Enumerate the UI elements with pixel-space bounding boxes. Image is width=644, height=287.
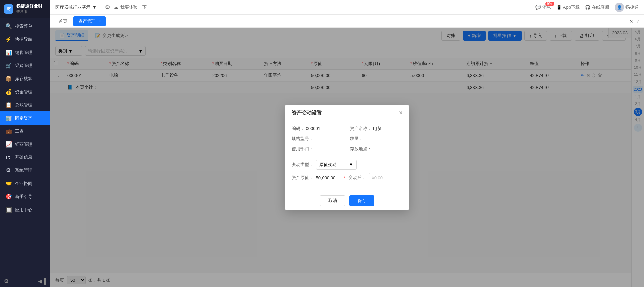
sales-icon: 📊: [5, 49, 11, 56]
modal-row-2: 规格型号： 数量：: [292, 136, 403, 142]
asset-name-value: 电脑: [373, 126, 382, 132]
sidebar-item-system[interactable]: ⚙ 系统管理: [0, 164, 50, 177]
tab-home[interactable]: 首页: [54, 16, 72, 26]
sidebar-item-label: 资金管理: [15, 89, 32, 95]
logo-icon: 财: [4, 4, 13, 14]
modal-value-row: 资产原值： 50,000.00 * 变动后：: [292, 173, 403, 182]
modal-divider: [292, 156, 403, 156]
cancel-button[interactable]: 取消: [320, 195, 345, 206]
ledger-icon: 📋: [5, 102, 11, 108]
tab-asset[interactable]: 资产管理 ×: [73, 16, 106, 26]
tab-controls: ✕ ⤢: [629, 19, 640, 24]
fixedasset-icon: 🏢: [5, 115, 11, 121]
tab-close-icon[interactable]: ×: [99, 19, 101, 23]
tab-close-window-icon[interactable]: ✕: [629, 19, 633, 24]
main-area: 医疗器械行业演示 ▼ ⚙ ☁ 我要体验一下 💬 消息 99+ 📱 App下载 🎧…: [50, 0, 644, 287]
modal-footer: 取消 保存: [285, 191, 409, 210]
modal-change-type-row: 变动类型： 原值变动 ▼: [292, 160, 403, 170]
content-area: 📄 资产明细 📝 变更生成凭证 对账 + 新增 批量操作: [50, 28, 644, 287]
sidebar-item-appcenter[interactable]: 🔲 应用中心: [0, 203, 50, 216]
sidebar-item-label: 销售管理: [15, 50, 32, 56]
sidebar-item-label: 应用中心: [15, 207, 32, 213]
header-settings-icon[interactable]: ⚙: [105, 4, 110, 10]
sidebar-nav: 🔍 搜索菜单 ⚡ 快捷导航 📊 销售管理 🛒 采购管理 📦 库存核算 💰 资金管…: [0, 18, 50, 275]
sidebar-item-label: 工资: [15, 128, 24, 134]
save-button[interactable]: 保存: [349, 195, 374, 206]
guide-icon: 🎯: [5, 193, 11, 200]
experience-button[interactable]: ☁ 我要体验一下: [114, 4, 147, 10]
tab-expand-icon[interactable]: ⤢: [636, 19, 640, 24]
sidebar-item-label: 新手引导: [15, 194, 32, 200]
modal-header: 资产变动设置 ×: [285, 105, 409, 120]
asset-change-modal: 资产变动设置 × 编码： 000001 资产名称： 电脑: [285, 105, 409, 210]
modal-field-spec: 规格型号：: [292, 136, 344, 142]
sidebar: 财 畅捷通好业财 普及版 🔍 搜索菜单 ⚡ 快捷导航 📊 销售管理 🛒 采购管理…: [0, 0, 50, 287]
sidebar-item-label: 经营管理: [15, 141, 32, 148]
collapse-sidebar-icon[interactable]: ◀▐: [38, 278, 46, 284]
sidebar-item-sales[interactable]: 📊 销售管理: [0, 46, 50, 59]
quicknav-icon: ⚡: [5, 36, 11, 42]
sidebar-item-fixedasset[interactable]: 🏢 固定资产: [0, 111, 50, 125]
company-selector[interactable]: 医疗器械行业演示 ▼: [55, 4, 97, 10]
inventory-icon: 📦: [5, 75, 11, 82]
app-edition: 普及版: [16, 9, 42, 14]
sidebar-item-salary[interactable]: 💼 工资: [0, 125, 50, 138]
appcenter-icon: 🔲: [5, 206, 11, 213]
sidebar-item-label: 采购管理: [15, 63, 32, 69]
modal-field-name: 资产名称： 电脑: [350, 126, 403, 132]
message-badge: 99+: [545, 2, 554, 6]
download-action[interactable]: 📱 App下载: [556, 4, 580, 10]
sidebar-item-quicknav[interactable]: ⚡ 快捷导航: [0, 33, 50, 46]
sidebar-item-label: 系统管理: [15, 167, 32, 173]
modal-row-3: 使用部门： 存放地点：: [292, 146, 403, 152]
sidebar-item-label: 搜索菜单: [15, 23, 32, 29]
sidebar-item-label: 固定资产: [15, 115, 32, 121]
after-change-input[interactable]: [369, 173, 409, 182]
user-action[interactable]: 👤 畅捷通: [615, 3, 639, 12]
sidebar-item-capital[interactable]: 💰 资金管理: [0, 85, 50, 98]
modal-overlay: 资产变动设置 × 编码： 000001 资产名称： 电脑: [50, 28, 644, 287]
sidebar-item-coop[interactable]: 🤝 企业协同: [0, 177, 50, 190]
capital-icon: 💰: [5, 89, 11, 95]
sidebar-item-label: 总账管理: [15, 102, 32, 108]
sidebar-title-wrap: 畅捷通好业财 普及版: [16, 3, 42, 14]
tabs-bar: 首页 资产管理 × ✕ ⤢: [50, 15, 644, 28]
top-header: 医疗器械行业演示 ▼ ⚙ ☁ 我要体验一下 💬 消息 99+ 📱 App下载 🎧…: [50, 0, 644, 15]
search-icon: 🔍: [5, 23, 11, 29]
mobile-icon: 📱: [556, 5, 562, 10]
service-action[interactable]: 🎧 在线客服: [585, 4, 609, 10]
sidebar-item-label: 快捷导航: [15, 36, 32, 42]
modal-field-location: 存放地点：: [350, 146, 403, 152]
modal-body: 编码： 000001 资产名称： 电脑 规格型号：: [285, 120, 409, 191]
message-icon: 💬: [535, 5, 541, 10]
sidebar-item-operation[interactable]: 📈 经营管理: [0, 138, 50, 151]
sidebar-item-search[interactable]: 🔍 搜索菜单: [0, 20, 50, 33]
sidebar-item-basic[interactable]: 🗂 基础信息: [0, 151, 50, 164]
coop-icon: 🤝: [5, 180, 11, 187]
message-action[interactable]: 💬 消息 99+: [535, 4, 551, 10]
sidebar-footer: ⚙ ◀▐: [0, 275, 50, 287]
header-right: 💬 消息 99+ 📱 App下载 🎧 在线客服 👤 畅捷通: [535, 3, 639, 12]
sidebar-item-inventory[interactable]: 📦 库存核算: [0, 72, 50, 85]
sidebar-item-label: 企业协同: [15, 181, 32, 187]
app-name: 畅捷通好业财: [16, 3, 42, 9]
company-name: 医疗器械行业演示: [55, 4, 90, 10]
sidebar-item-purchase[interactable]: 🛒 采购管理: [0, 59, 50, 72]
change-type-select[interactable]: 原值变动 ▼: [316, 160, 357, 170]
cloud-icon: ☁: [114, 5, 118, 10]
modal-close-button[interactable]: ×: [399, 109, 403, 117]
modal-row-1: 编码： 000001 资产名称： 电脑: [292, 126, 403, 132]
select-dropdown-icon: ▼: [349, 162, 354, 167]
basic-icon: 🗂: [5, 154, 11, 160]
sidebar-item-guide[interactable]: 🎯 新手引导: [0, 190, 50, 203]
system-icon: ⚙: [5, 167, 11, 173]
modal-title: 资产变动设置: [292, 110, 322, 116]
settings-footer-icon[interactable]: ⚙: [4, 278, 9, 284]
sidebar-item-label: 库存核算: [15, 76, 32, 82]
avatar: 👤: [615, 3, 624, 12]
sidebar-item-ledger[interactable]: 📋 总账管理: [0, 98, 50, 111]
salary-icon: 💼: [5, 128, 11, 134]
operation-icon: 📈: [5, 141, 11, 148]
headset-icon: 🎧: [585, 5, 590, 10]
modal-field-code: 编码： 000001: [292, 126, 344, 132]
